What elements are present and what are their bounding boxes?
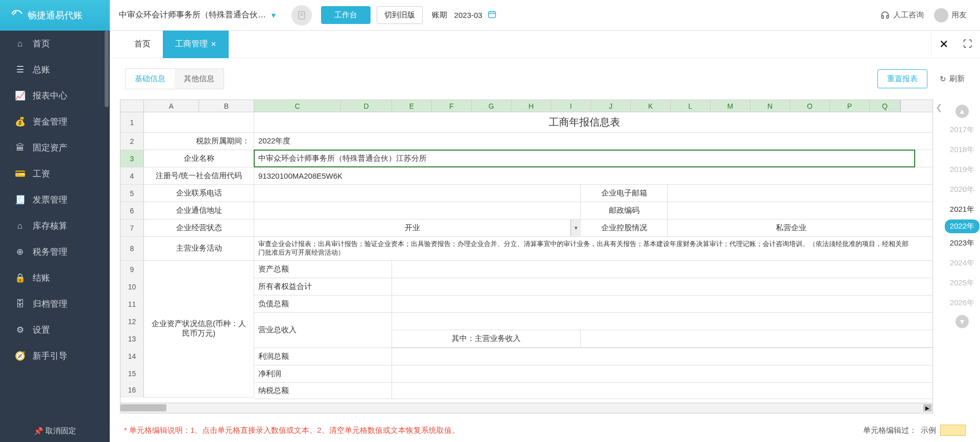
cell-asset-group-label[interactable]: 企业资产状况信息(币种：人民币万元) [144,261,254,398]
cell-company-value[interactable]: 中审众环会计师事务所（特殊普通合伙）江苏分所 [254,150,915,167]
cell-email-value[interactable] [668,185,915,202]
year-option[interactable]: 2026年 [950,293,974,313]
col-header-H[interactable]: H [511,100,551,112]
select-all-corner[interactable] [120,100,144,112]
row-header[interactable]: 1 [120,112,144,132]
cell-period-label[interactable]: 税款所属期间： [144,133,254,150]
col-header-B[interactable]: B [199,100,254,112]
cell-main-biz-label[interactable]: 主营业务活动 [144,237,254,260]
document-icon-button[interactable] [291,5,312,26]
col-header-G[interactable]: G [472,100,511,112]
sidebar-item-archive[interactable]: 🗄归档管理 [0,291,110,317]
sidebar-item-funds[interactable]: 💰资金管理 [0,109,110,135]
unpin-button[interactable]: 📌 取消固定 [0,420,110,442]
cell-status-value[interactable]: 开业 [254,219,571,236]
cell-holding-value[interactable]: 私营企业 [668,219,915,236]
cell-email-label[interactable]: 企业电子邮箱 [581,185,668,202]
row-header[interactable]: 4 [120,167,144,184]
col-header-D[interactable]: D [341,100,392,112]
scroll-right-icon[interactable]: ▶ [923,404,932,411]
cell-address-value[interactable] [254,202,581,219]
col-header-Q[interactable]: Q [870,100,900,112]
dropdown-icon[interactable]: ▼ [571,219,581,236]
sidebar-item-tax[interactable]: ⊕税务管理 [0,239,110,265]
col-header-A[interactable]: A [144,100,199,112]
col-header-E[interactable]: E [392,100,432,112]
company-selector[interactable]: 中审众环会计师事务所（特殊普通合伙… ▼ [110,10,286,20]
col-header-P[interactable]: P [830,100,870,112]
report-title[interactable]: 工商年报信息表 [254,112,915,132]
row-header[interactable]: 9 [120,261,144,278]
tab-basic-info[interactable]: 基础信息 [126,69,175,89]
year-option[interactable]: 2020年 [950,180,974,200]
cell-zip-value[interactable] [668,202,915,219]
col-header-C[interactable]: C [254,100,341,112]
sidebar-item-assets[interactable]: 🏛固定资产 [0,135,110,161]
year-option[interactable]: 2023年 [950,233,974,253]
cell-reg-value[interactable]: 91320100MA208E5W6K [254,167,915,184]
row-header[interactable]: 3 [120,150,144,167]
horizontal-scrollbar[interactable]: ▶ [120,403,933,413]
row-header[interactable]: 8 [120,237,144,260]
grid-body[interactable]: 1 工商年报信息表 2 税款所属期间： 2022年度 3 企业名称 中审众 [120,112,933,403]
row-header[interactable]: 12 [120,313,144,330]
year-option[interactable]: 2024年 [950,253,974,273]
cell-main-biz-value[interactable]: 审查企业会计报表；出具审计报告；验证企业资本；出具验资报告；办理企业合并、分立、… [254,237,915,260]
switch-old-button[interactable]: 切到旧版 [377,6,423,24]
col-header-I[interactable]: I [551,100,591,112]
cell-address-label[interactable]: 企业通信地址 [144,202,254,219]
row-header[interactable]: 15 [120,365,144,382]
workbench-button[interactable]: 工作台 [321,6,371,24]
reset-report-button[interactable]: 重置报表 [877,69,927,88]
col-header-K[interactable]: K [631,100,671,112]
col-header-L[interactable]: L [671,100,710,112]
sidebar-item-salary[interactable]: 💳工资 [0,161,110,187]
user-menu[interactable]: 用友 [934,8,967,22]
sidebar-item-settings[interactable]: ⚙设置 [0,317,110,343]
tab-other-info[interactable]: 其他信息 [175,69,224,89]
close-all-tabs-button[interactable]: ✕ [931,32,955,57]
sidebar-item-guide[interactable]: 🧭新手引导 [0,343,110,369]
row-header[interactable]: 2 [120,133,144,150]
row-header[interactable]: 13 [120,330,144,348]
row-header[interactable]: 6 [120,202,144,219]
col-header-J[interactable]: J [591,100,631,112]
cell-phone-label[interactable]: 企业联系电话 [144,185,254,202]
col-header-O[interactable]: O [790,100,830,112]
sidebar-item-home[interactable]: ⌂首页 [0,31,110,57]
consult-button[interactable]: 人工咨询 [880,10,924,20]
col-header-M[interactable]: M [710,100,750,112]
year-option[interactable]: 2019年 [950,160,974,180]
vertical-scrollbar[interactable] [900,100,911,112]
year-option[interactable]: 2018年 [950,140,974,160]
row-header[interactable]: 5 [120,185,144,202]
cell-company-label[interactable]: 企业名称 [144,150,254,167]
cell-phone-value[interactable] [254,185,581,202]
year-up-icon[interactable]: ▲ [955,105,969,118]
spreadsheet[interactable]: A B C D E F G H I J K L M N O P Q [120,100,933,413]
col-header-F[interactable]: F [432,100,472,112]
row-header[interactable]: 11 [120,296,144,313]
year-option[interactable]: 2021年 [950,200,974,219]
cell-period-value[interactable]: 2022年度 [254,133,915,150]
scrollbar-thumb[interactable] [120,404,166,411]
period-value[interactable]: 2023-03 [454,11,482,19]
sidebar-item-invoice[interactable]: 🧾发票管理 [0,187,110,213]
tab-business-admin[interactable]: 工商管理 ✕ [163,31,229,58]
sidebar-item-ledger[interactable]: ☰总账 [0,57,110,83]
col-header-N[interactable]: N [750,100,790,112]
cell-status-label[interactable]: 企业经营状态 [144,219,254,236]
tab-home[interactable]: 首页 [122,31,163,58]
refresh-button[interactable]: ↻ 刷新 [940,74,965,84]
row-header[interactable]: 10 [120,278,144,296]
cell-holding-label[interactable]: 企业控股情况 [581,219,668,236]
sidebar-scrollbar[interactable] [105,31,109,107]
sidebar-item-reports[interactable]: 📈报表中心 [0,83,110,109]
calendar-icon[interactable] [487,10,497,21]
year-option[interactable]: 2017年 [950,120,974,140]
row-header[interactable]: 16 [120,382,144,398]
row-header[interactable]: 14 [120,348,144,365]
year-option-active[interactable]: 2022年 [945,219,979,233]
tab-close-icon[interactable]: ✕ [211,40,216,48]
fullscreen-icon[interactable]: ⛶ [955,32,980,57]
